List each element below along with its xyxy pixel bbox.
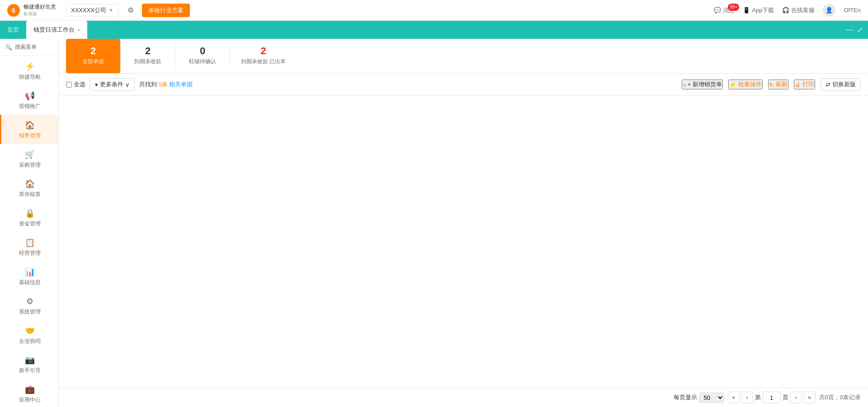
refresh-icon: ↻ — [769, 81, 774, 88]
filter-icon: ▾ — [95, 81, 98, 88]
company-dropdown-arrow: ▼ — [109, 8, 113, 13]
stat-number-overdue: 2 — [145, 45, 151, 57]
sidebar-quick-nav-icon: ⚡ — [25, 61, 35, 71]
logo-text: 畅捷通好生意 标准版 — [24, 4, 56, 17]
sidebar-guide-label: 新手引导 — [19, 367, 41, 374]
company-name: XXXXXX公司 — [71, 6, 106, 14]
stat-number-wangwang: 0 — [200, 45, 205, 57]
sidebar-item-quick-nav[interactable]: ⚡ 快捷导航 — [0, 56, 58, 85]
sidebar-item-guide[interactable]: 📷 新手引导 — [0, 350, 58, 379]
sidebar-finance-icon: 🔒 — [25, 208, 35, 218]
message-badge: 99+ — [728, 4, 739, 11]
tab-actions: — ⤢ — [846, 26, 868, 34]
sidebar-basic-info-label: 基础信息 — [19, 279, 41, 286]
online-service-button[interactable]: 🎧 在线客服 — [782, 6, 815, 14]
sidebar-item-enterprise[interactable]: 🤝 企业协同 — [0, 320, 58, 350]
found-text: 共找到 0条 相关单据 — [139, 80, 193, 89]
table-area — [59, 96, 868, 388]
logo-icon: 6 — [7, 4, 20, 17]
sidebar-guide-icon: 📷 — [25, 355, 35, 365]
messages-button[interactable]: 💬 消息 99+ — [714, 6, 735, 14]
sidebar-purchase-icon: 🛒 — [25, 150, 35, 159]
batch-icon: ⚡ — [729, 81, 736, 88]
print-icon: 🖨 — [795, 81, 801, 88]
avatar[interactable]: 👤 — [823, 4, 835, 17]
search-icon: 🔍 — [5, 44, 12, 51]
stat-label-wangwang: 旺辅待确认 — [189, 58, 216, 65]
prev-page-button[interactable]: ‹ — [741, 392, 753, 403]
avatar-icon: 👤 — [826, 7, 833, 14]
plus-icon: + — [683, 81, 687, 89]
tab-active[interactable]: 钱货日清工作台 × — [26, 21, 87, 39]
sidebar-app-center-label: 应用中心 — [19, 396, 41, 404]
sidebar-item-sales[interactable]: 🏠 销售管理 — [0, 115, 58, 144]
top-header: 6 畅捷通好生意 标准版 XXXXXX公司 ▼ ⚙ 体验行业方案 💬 消息 99… — [0, 0, 868, 21]
toolbar-right: + + 新增销货单 ⚡ 批量操作 ↻ 刷新 🖨 打印 ⇄ 切换新版 — [682, 78, 861, 91]
sidebar-item-purchase[interactable]: 🛒 采购管理 — [0, 144, 58, 173]
toolbar-left: 全选 ▾ 更多条件 ∨ 共找到 0条 相关单据 — [66, 78, 193, 91]
sidebar-purchase-label: 采购管理 — [19, 161, 41, 169]
sidebar-item-marketing[interactable]: 📢 营销推广 — [0, 85, 58, 115]
sidebar-marketing-label: 营销推广 — [19, 103, 41, 110]
header-right: 💬 消息 99+ 📱 App下载 🎧 在线客服 👤 OfTEn — [714, 4, 861, 17]
refresh-button[interactable]: ↻ 刷新 — [768, 80, 788, 89]
page-number-input[interactable] — [763, 392, 781, 403]
settings-button[interactable]: ⚙ — [124, 4, 137, 17]
tab-home[interactable]: 首页 — [0, 21, 26, 39]
stat-card-wangwang[interactable]: 0 旺辅待确认 — [175, 39, 230, 73]
sidebar-app-center-icon: 💼 — [25, 384, 35, 394]
filter-button[interactable]: ▾ 更多条件 ∨ — [90, 78, 135, 91]
stat-card-overdue-out[interactable]: 2 到期未收款 已出库 — [230, 39, 297, 73]
stat-label-overdue: 到期未收款 — [134, 58, 161, 65]
select-all-checkbox[interactable]: 全选 — [66, 80, 85, 89]
stat-label-overdue-out: 到期未收款 已出库 — [241, 58, 286, 65]
service-icon: 🎧 — [782, 7, 789, 14]
sidebar-item-basic-info[interactable]: 📊 基础信息 — [0, 262, 58, 291]
first-page-button[interactable]: « — [728, 392, 740, 403]
maximize-tab-button[interactable]: ⤢ — [857, 26, 863, 34]
sidebar-inventory-icon: 🏠 — [25, 179, 35, 189]
download-icon: 📱 — [743, 7, 750, 14]
print-button[interactable]: 🖨 打印 — [794, 80, 815, 89]
sidebar-item-system[interactable]: ⚙ 系统管理 — [0, 291, 58, 320]
app-download-button[interactable]: 📱 App下载 — [743, 6, 774, 14]
sidebar-marketing-icon: 📢 — [25, 91, 35, 101]
company-selector[interactable]: XXXXXX公司 ▼ — [66, 4, 118, 17]
stat-card-all[interactable]: 2 全部单据 — [66, 39, 120, 73]
pagination-bar: 每页显示 102050100 « ‹ 第 页 › » 共0页，0条记录 — [59, 388, 868, 407]
main-layout: 🔍 搜索菜单 ⚡ 快捷导航 📢 营销推广 🏠 销售管理 🛒 采购管理 🏠 库存核… — [0, 39, 868, 407]
sidebar: 🔍 搜索菜单 ⚡ 快捷导航 📢 营销推广 🏠 销售管理 🛒 采购管理 🏠 库存核… — [0, 39, 59, 407]
sidebar-item-inventory[interactable]: 🏠 库存核算 — [0, 173, 58, 203]
sidebar-finance-label: 资金管理 — [19, 220, 41, 228]
sidebar-search[interactable]: 🔍 搜索菜单 — [0, 39, 58, 56]
switch-version-button[interactable]: ⇄ 切换新版 — [821, 78, 861, 91]
sidebar-item-app-center[interactable]: 💼 应用中心 — [0, 379, 58, 407]
page-size-dropdown[interactable]: 102050100 — [699, 393, 724, 403]
add-order-button[interactable]: + + 新增销货单 — [682, 80, 723, 89]
close-tab-icon[interactable]: × — [77, 27, 80, 33]
stat-label-all: 全部单据 — [82, 58, 104, 65]
last-page-button[interactable]: » — [804, 392, 816, 403]
filter-arrow-icon: ∨ — [125, 81, 130, 88]
page-size-select: 每页显示 102050100 — [674, 393, 724, 403]
sidebar-item-finance[interactable]: 🔒 资金管理 — [0, 203, 58, 232]
minimize-tab-button[interactable]: — — [846, 26, 853, 34]
page-label: 第 — [755, 393, 761, 402]
sidebar-basic-info-icon: 📊 — [25, 267, 35, 277]
found-count: 0条 — [159, 81, 168, 88]
stats-container: 2 全部单据 2 到期未收款 0 旺辅待确认 2 到期未收款 已出库 — [66, 39, 297, 73]
sidebar-quick-nav-label: 快捷导航 — [19, 73, 41, 81]
select-all-input[interactable] — [66, 82, 72, 88]
pagination-controls: « ‹ 第 页 › » — [728, 392, 816, 403]
sidebar-item-operations[interactable]: 📋 经营管理 — [0, 232, 58, 262]
stat-number-overdue-out: 2 — [261, 45, 266, 57]
batch-button[interactable]: ⚡ 批量操作 — [728, 80, 763, 89]
header-actions: ⚙ 体验行业方案 — [124, 4, 190, 17]
username: OfTEn — [844, 7, 861, 14]
logo-area: 6 畅捷通好生意 标准版 — [7, 4, 66, 17]
next-page-button[interactable]: › — [790, 392, 802, 403]
stat-card-overdue[interactable]: 2 到期未收款 — [121, 39, 175, 73]
sidebar-enterprise-icon: 🤝 — [25, 326, 35, 336]
trial-button[interactable]: 体验行业方案 — [142, 4, 190, 17]
sidebar-sales-label: 销售管理 — [19, 132, 41, 140]
